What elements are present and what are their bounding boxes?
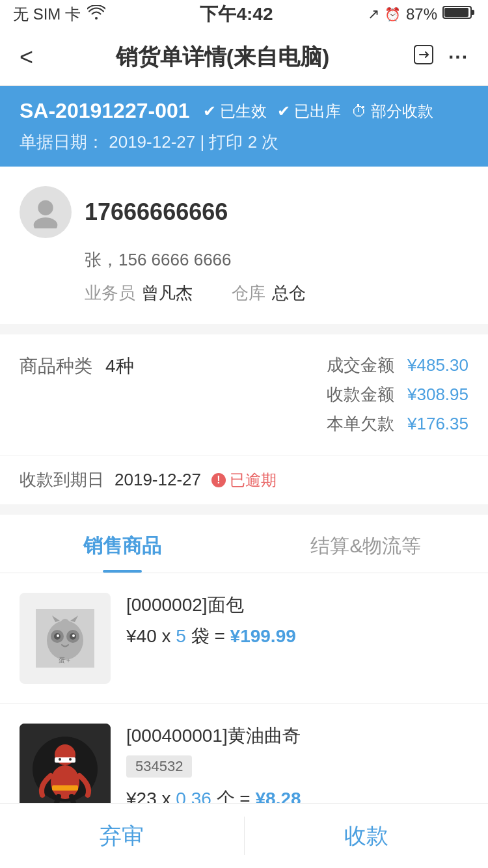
banner-date: 单据日期： 2019-12-27 | 打印 2 次	[20, 131, 468, 154]
customer-section: 17666666666 张，156 6666 6666 业务员 曾凡杰 仓库 总…	[0, 167, 488, 324]
header-banner: SA-20191227-001 ✔ 已生效 ✔ 已出库 ⏱ 部分收款 单据日期：…	[0, 86, 488, 167]
svg-point-23	[59, 758, 61, 761]
customer-meta: 业务员 曾凡杰 仓库 总仓	[20, 282, 468, 305]
status-bar: 无 SIM 卡 下午4:42 ↗ ⏰ 87%	[0, 0, 488, 29]
avatar	[20, 186, 72, 238]
customer-row: 17666666666	[20, 186, 468, 238]
carrier-label: 无 SIM 卡	[13, 4, 81, 25]
stats-right: 成交金额 ¥485.30 收款金额 ¥308.95 本单欠款 ¥176.35	[327, 354, 468, 435]
banner-top: SA-20191227-001 ✔ 已生效 ✔ 已出库 ⏱ 部分收款	[20, 99, 468, 123]
svg-point-4	[38, 200, 53, 215]
battery-percent: 87%	[406, 5, 437, 23]
svg-point-5	[34, 217, 58, 228]
status-time: 下午4:42	[200, 2, 273, 27]
sales-person: 业务员 曾凡杰	[85, 282, 193, 305]
deal-amount: 成交金额 ¥485.30	[327, 354, 468, 377]
cancel-button[interactable]: 弃审	[0, 804, 244, 868]
product-list: 蛋＋ [0000002]面包 ¥40 x 5 袋 = ¥199.99	[0, 573, 488, 835]
product-image-2: diamond whale	[20, 724, 111, 815]
overdue-section: 收款到期日 2019-12-27 ! 已逾期	[0, 455, 488, 504]
product-sku: 534532	[126, 755, 192, 778]
overdue-badge: ! 已逾期	[211, 470, 277, 491]
divider-2	[0, 504, 488, 515]
list-item: 蛋＋ [0000002]面包 ¥40 x 5 袋 = ¥199.99	[0, 573, 488, 704]
page-title: 销货单详情(来自电脑)	[116, 42, 330, 72]
order-id: SA-20191227-001	[20, 99, 190, 123]
stats-section: 商品种类 4种 成交金额 ¥485.30 收款金额 ¥308.95 本单欠款 ¥…	[0, 334, 488, 455]
overdue-label: 收款到期日	[20, 468, 104, 491]
confirm-button[interactable]: 收款	[245, 804, 489, 868]
status-active: ✔ 已生效	[203, 101, 267, 122]
svg-point-13	[72, 634, 75, 637]
product-info-2: [000400001]黄油曲奇 534532 ¥23 x 0.36 个 = ¥8…	[126, 724, 468, 811]
warehouse: 仓库 总仓	[232, 282, 306, 305]
nav-right: ···	[412, 43, 468, 71]
more-icon[interactable]: ···	[448, 46, 468, 68]
tabs-bar: 销售商品 结算&物流等	[0, 515, 488, 573]
back-button[interactable]: <	[20, 44, 33, 71]
status-bar-left: 无 SIM 卡	[13, 4, 105, 25]
product-image-1: 蛋＋	[20, 593, 111, 684]
svg-rect-1	[471, 10, 474, 15]
nav-left: <	[20, 44, 33, 71]
tab-products[interactable]: 销售商品	[0, 515, 244, 573]
check-icon-2: ✔	[277, 102, 290, 120]
alarm-icon: ⏰	[385, 7, 401, 22]
share-icon[interactable]	[412, 43, 435, 71]
product-name-1: [0000002]面包	[126, 593, 468, 617]
divider-1	[0, 324, 488, 334]
svg-point-19	[51, 765, 79, 799]
wifi-icon	[87, 5, 105, 23]
debt-amount: 本单欠款 ¥176.35	[327, 413, 468, 435]
product-name-2: [000400001]黄油曲奇	[126, 724, 468, 748]
overdue-date: 2019-12-27	[115, 470, 201, 490]
location-icon: ↗	[368, 6, 379, 23]
status-bar-right: ↗ ⏰ 87%	[368, 5, 475, 24]
check-icon-1: ✔	[203, 102, 216, 120]
product-type-stat: 商品种类 4种	[20, 354, 134, 379]
clock-icon: ⏱	[351, 102, 367, 120]
svg-text:蛋＋: 蛋＋	[59, 657, 72, 664]
product-price-1: ¥40 x 5 袋 = ¥199.99	[126, 624, 468, 649]
svg-point-14	[60, 619, 70, 632]
svg-rect-25	[52, 785, 78, 791]
customer-phone: 17666666666	[85, 198, 228, 226]
status-partial: ⏱ 部分收款	[351, 101, 433, 122]
status-tags: ✔ 已生效 ✔ 已出库 ⏱ 部分收款	[203, 101, 433, 122]
bottom-bar: 弃审 收款	[0, 803, 488, 868]
received-amount: 收款金额 ¥308.95	[327, 383, 468, 406]
overdue-dot-icon: !	[211, 473, 226, 487]
battery-icon	[442, 5, 475, 24]
tab-settlement[interactable]: 结算&物流等	[244, 515, 488, 573]
stats-row: 商品种类 4种 成交金额 ¥485.30 收款金额 ¥308.95 本单欠款 ¥…	[20, 354, 468, 435]
product-info-1: [0000002]面包 ¥40 x 5 袋 = ¥199.99	[126, 593, 468, 649]
nav-bar: < 销货单详情(来自电脑) ···	[0, 29, 488, 86]
stats-left: 商品种类 4种	[20, 354, 134, 379]
svg-rect-2	[444, 8, 468, 17]
status-shipped: ✔ 已出库	[277, 101, 341, 122]
svg-point-12	[57, 634, 59, 637]
svg-point-24	[69, 758, 72, 761]
customer-name-phone: 张，156 6666 6666	[20, 249, 468, 271]
